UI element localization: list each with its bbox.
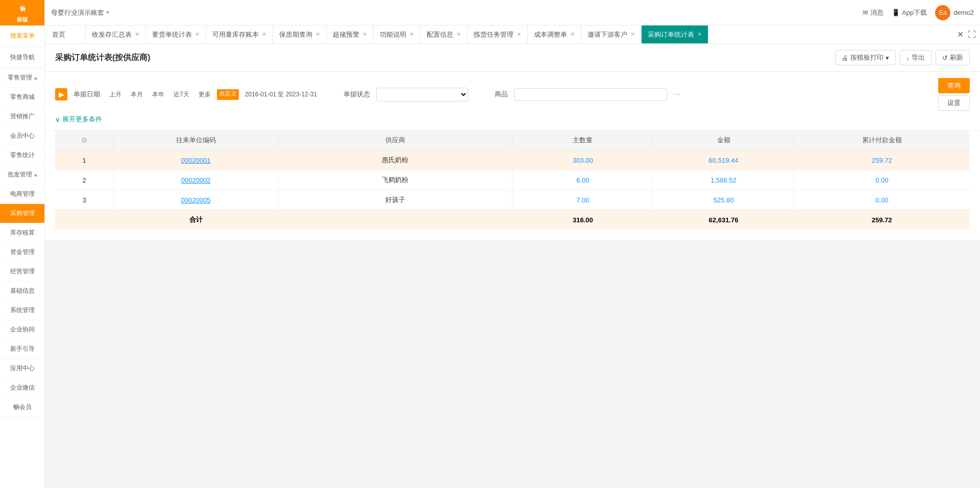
sidebar-item-basic[interactable]: 基础信息 (0, 281, 44, 301)
user-profile[interactable]: Ea demo2 (935, 5, 974, 20)
topbar-actions: ✉ 消息 📱 App下载 Ea demo2 (863, 5, 974, 20)
tab-label: 可用量库存账本 (212, 30, 259, 39)
row-supplier: 飞鹤奶粉 (278, 170, 512, 190)
sidebar-item-label: 企业协同 (6, 325, 38, 334)
footer-row: 合计 316.00 62,631.76 259.72 (55, 210, 970, 230)
tab-invite-downstream[interactable]: 邀请下游客户✕ (581, 25, 642, 43)
row-paid[interactable]: 0.00 (794, 190, 970, 210)
sidebar-item-retail-mall[interactable]: 零售商城 (0, 88, 44, 107)
refresh-icon: ↺ (942, 54, 948, 62)
tab-expiry-query[interactable]: 保质期查询✕ (273, 25, 327, 43)
sidebar-item-vip[interactable]: 畅会员 (0, 398, 44, 417)
shortcut-last-month[interactable]: 上月 (106, 89, 125, 100)
shortcut-7days[interactable]: 近7天 (170, 89, 192, 100)
sidebar-item-label: 零售统计 (6, 151, 38, 160)
tab-close-icon[interactable]: ✕ (195, 31, 200, 38)
shortcut-this-month[interactable]: 本月 (128, 89, 146, 100)
tab-close-icon[interactable]: ✕ (456, 31, 461, 38)
tab-close-icon[interactable]: ✕ (262, 31, 266, 38)
sidebar-item-retail-stat[interactable]: 零售统计 (0, 146, 44, 165)
row-paid[interactable]: 259.72 (794, 150, 970, 170)
tab-purchase-order-stat[interactable]: 采购订单统计表✕ (642, 25, 708, 43)
sidebar-item-purchase[interactable]: 采购管理 (0, 204, 44, 223)
export-button[interactable]: ↓ 导出 (900, 50, 932, 65)
tab-cost-adjust[interactable]: 成本调整单✕ (528, 25, 581, 43)
shortcut-this-year[interactable]: 本年 (149, 89, 167, 100)
sidebar-item-finance[interactable]: 资金管理 (0, 243, 44, 262)
sidebar-item-system[interactable]: 系统管理 (0, 301, 44, 320)
sidebar-item-label: 零售商城 (6, 93, 38, 101)
tab-config-info[interactable]: 配置信息✕ (421, 25, 468, 43)
row-amount[interactable]: 525.80 (653, 190, 794, 210)
print-button[interactable]: 🖨 按模板打印 ▾ (835, 50, 896, 65)
page-header-actions: 🖨 按模板打印 ▾ ↓ 导出 ↺ 刷新 (835, 50, 970, 65)
row-paid[interactable]: 0.00 (794, 170, 970, 190)
column-settings-icon[interactable]: ⚙ (81, 136, 88, 144)
refresh-button[interactable]: ↺ 刷新 (936, 50, 970, 65)
sidebar-item-member[interactable]: 会员中心 (0, 126, 44, 146)
tab-receive-send[interactable]: 收发存汇总表✕ (86, 25, 146, 43)
sidebar-item-label: 会员中心 (6, 132, 38, 140)
goods-filter-label: 商品 (495, 90, 508, 99)
footer-label: 合计 (114, 210, 278, 230)
row-qty[interactable]: 6.00 (512, 170, 653, 190)
tab-close-icon[interactable]: ✕ (409, 31, 414, 38)
tab-order-stat[interactable]: 要货单统计表✕ (146, 25, 206, 43)
tab-label: 拣货任务管理 (474, 30, 513, 39)
sidebar-item-operations[interactable]: 经营管理 (0, 262, 44, 281)
row-code[interactable]: 00020001 (114, 150, 278, 170)
tab-function-desc[interactable]: 功能说明✕ (374, 25, 421, 43)
expand-more-button[interactable]: ∨ 展开更多条件 (55, 115, 970, 124)
sidebar-item-marketing[interactable]: 营销推广 (0, 107, 44, 126)
message-action[interactable]: ✉ 消息 (863, 8, 884, 17)
sidebar-item-app-center[interactable]: 应用中心 (0, 359, 44, 378)
query-button[interactable]: 查询 (938, 78, 970, 93)
workspace-selector[interactable]: 母婴行业演示账套 ▾ (51, 8, 863, 17)
sidebar-item-label: 应用中心 (6, 364, 38, 373)
row-amount[interactable]: 1,586.52 (653, 170, 794, 190)
sidebar-shortcut-label[interactable]: 快捷导航 (3, 51, 41, 64)
sidebar-search-label[interactable]: 搜索菜单 (3, 30, 41, 42)
tab-label: 超储预警 (333, 30, 359, 39)
setting-button[interactable]: 设置 (938, 95, 970, 111)
tab-close-icon[interactable]: ✕ (697, 31, 702, 38)
sidebar-item-inventory[interactable]: 库存核算 (0, 223, 44, 243)
sidebar-item-guide[interactable]: 新手引导 (0, 340, 44, 359)
tab-close-icon[interactable]: ✕ (630, 31, 635, 38)
row-amount[interactable]: 60,519.44 (653, 150, 794, 170)
tab-close-icon[interactable]: ✕ (517, 31, 521, 38)
tab-label: 要货单统计表 (152, 30, 192, 39)
sidebar-item-collab[interactable]: 企业协同 (0, 320, 44, 340)
filter-toggle[interactable]: ▶ (55, 88, 67, 100)
sidebar-item-wholesale[interactable]: 批发管理▲ (0, 165, 44, 185)
tab-close-icon[interactable]: ✕ (570, 31, 575, 38)
fullscreen-icon[interactable]: ⛶ (968, 30, 976, 39)
tab-label: 成本调整单 (534, 30, 567, 39)
tab-close-icon[interactable]: ✕ (362, 31, 367, 38)
table-row: 1 00020001 惠氏奶粉 303.00 60,519.44 259.72 (55, 150, 970, 170)
row-code[interactable]: 00020002 (114, 170, 278, 190)
status-select[interactable] (376, 88, 468, 101)
goods-input[interactable] (514, 88, 667, 101)
tab-close-icon[interactable]: ✕ (135, 31, 139, 38)
tab-usable-inventory[interactable]: 可用量库存账本✕ (206, 25, 273, 43)
row-qty[interactable]: 7.00 (512, 190, 653, 210)
col-header-code: 往来单位编码 (114, 131, 278, 150)
tab-home[interactable]: 首页 (45, 25, 86, 43)
app-download-action[interactable]: 📱 App下载 (892, 8, 927, 17)
row-qty[interactable]: 303.00 (512, 150, 653, 170)
sidebar-arrow-icon: ▲ (33, 75, 38, 81)
tabbar: 首页收发存汇总表✕要货单统计表✕可用量库存账本✕保质期查询✕超储预警✕功能说明✕… (45, 25, 980, 44)
sidebar-item-retail[interactable]: 零售管理▲ (0, 68, 44, 88)
sidebar-item-wechat[interactable]: 企业微信 (0, 378, 44, 398)
filter-actions: 查询 设置 (938, 78, 970, 111)
row-code[interactable]: 00020005 (114, 190, 278, 210)
tab-close-icon[interactable]: ✕ (315, 31, 320, 38)
shortcut-more[interactable]: 更多 (195, 89, 214, 100)
goods-more-icon[interactable]: ··· (673, 90, 680, 99)
sidebar-item-label: 经营管理 (6, 267, 38, 276)
sidebar-item-ecommerce[interactable]: 电商管理 (0, 185, 44, 204)
tab-overstock[interactable]: 超储预警✕ (327, 25, 374, 43)
close-all-tabs-icon[interactable]: ✕ (957, 30, 964, 39)
tab-pick-task[interactable]: 拣货任务管理✕ (468, 25, 528, 43)
